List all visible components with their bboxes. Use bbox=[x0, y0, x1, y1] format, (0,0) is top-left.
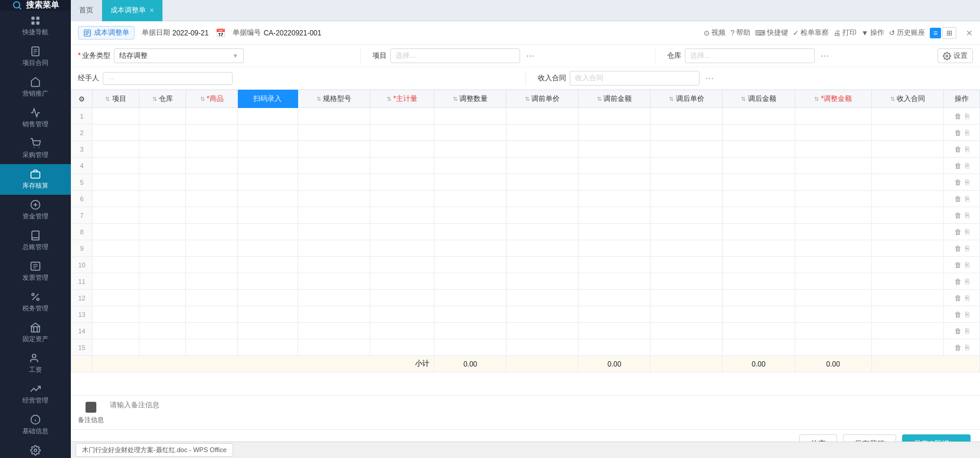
table-cell[interactable] bbox=[238, 141, 298, 158]
table-cell[interactable] bbox=[435, 306, 507, 323]
copy-icon[interactable]: ⎘ bbox=[965, 261, 969, 269]
biz-type-input[interactable]: 结存调整 ▼ bbox=[114, 48, 244, 63]
table-cell[interactable] bbox=[651, 290, 723, 306]
delete-icon[interactable]: 🗑 bbox=[955, 294, 962, 302]
table-cell[interactable] bbox=[238, 273, 298, 290]
sidebar-item-system[interactable]: 系统管理 bbox=[0, 440, 71, 458]
table-cell[interactable] bbox=[723, 207, 795, 224]
table-cell[interactable] bbox=[93, 224, 139, 240]
table-cell[interactable] bbox=[651, 158, 723, 174]
table-cell[interactable] bbox=[186, 339, 238, 356]
table-cell[interactable] bbox=[238, 108, 298, 125]
delete-icon[interactable]: 🗑 bbox=[955, 178, 962, 187]
notes-input[interactable] bbox=[110, 401, 973, 409]
table-cell[interactable] bbox=[186, 290, 238, 306]
table-cell[interactable] bbox=[872, 158, 944, 174]
table-cell[interactable] bbox=[238, 290, 298, 306]
table-cell[interactable] bbox=[435, 339, 507, 356]
table-cell[interactable] bbox=[139, 191, 186, 207]
table-cell[interactable] bbox=[238, 158, 298, 174]
action-check[interactable]: ✓ 检单靠察 bbox=[793, 28, 829, 38]
table-cell[interactable] bbox=[238, 240, 298, 257]
action-help[interactable]: ? 帮助 bbox=[730, 28, 750, 38]
table-cell[interactable] bbox=[298, 174, 370, 191]
income-contract-input[interactable]: 收入合同 bbox=[570, 71, 700, 86]
copy-icon[interactable]: ⎘ bbox=[965, 344, 969, 352]
table-cell[interactable] bbox=[370, 141, 435, 158]
col-scan-header[interactable]: 扫码录入 bbox=[238, 90, 298, 108]
table-cell[interactable] bbox=[507, 257, 579, 273]
table-cell[interactable] bbox=[370, 306, 435, 323]
column-settings-button[interactable]: 设置 bbox=[937, 48, 973, 63]
copy-icon[interactable]: ⎘ bbox=[965, 211, 969, 220]
table-cell[interactable] bbox=[872, 323, 944, 339]
delete-icon[interactable]: 🗑 bbox=[955, 112, 962, 120]
table-cell[interactable] bbox=[186, 158, 238, 174]
table-cell[interactable] bbox=[795, 108, 871, 125]
table-cell[interactable] bbox=[186, 141, 238, 158]
table-cell[interactable] bbox=[795, 273, 871, 290]
table-cell[interactable] bbox=[139, 240, 186, 257]
table-cell[interactable] bbox=[651, 174, 723, 191]
table-cell[interactable] bbox=[795, 323, 871, 339]
action-operate[interactable]: ▼ 操作 bbox=[861, 28, 884, 38]
table-cell[interactable] bbox=[139, 224, 186, 240]
table-cell[interactable] bbox=[872, 207, 944, 224]
table-cell[interactable] bbox=[507, 339, 579, 356]
table-cell[interactable] bbox=[139, 339, 186, 356]
table-cell[interactable] bbox=[579, 273, 651, 290]
action-view[interactable]: ⊙ 视频 bbox=[704, 28, 726, 38]
table-cell[interactable] bbox=[579, 290, 651, 306]
table-cell[interactable] bbox=[872, 141, 944, 158]
table-cell[interactable] bbox=[795, 306, 871, 323]
copy-icon[interactable]: ⎘ bbox=[965, 294, 969, 302]
table-cell[interactable] bbox=[723, 224, 795, 240]
delete-icon[interactable]: 🗑 bbox=[955, 277, 962, 286]
table-cell[interactable] bbox=[93, 339, 139, 356]
table-cell[interactable] bbox=[370, 174, 435, 191]
table-cell[interactable] bbox=[579, 240, 651, 257]
table-cell[interactable] bbox=[435, 207, 507, 224]
sidebar-item-sales[interactable]: 销售管理 bbox=[0, 103, 71, 133]
table-cell[interactable] bbox=[723, 257, 795, 273]
table-cell[interactable] bbox=[507, 141, 579, 158]
table-cell[interactable] bbox=[507, 174, 579, 191]
table-cell[interactable] bbox=[298, 240, 370, 257]
table-cell[interactable] bbox=[872, 257, 944, 273]
table-cell[interactable] bbox=[795, 158, 871, 174]
delete-icon[interactable]: 🗑 bbox=[955, 344, 962, 352]
sidebar-item-basic-info[interactable]: 基础信息 bbox=[0, 410, 71, 440]
sidebar-item-tax[interactable]: 税务管理 bbox=[0, 287, 71, 318]
table-cell[interactable] bbox=[651, 141, 723, 158]
table-cell[interactable] bbox=[435, 174, 507, 191]
table-cell[interactable] bbox=[723, 240, 795, 257]
table-cell[interactable] bbox=[579, 158, 651, 174]
delete-icon[interactable]: 🗑 bbox=[955, 162, 962, 170]
table-cell[interactable] bbox=[872, 339, 944, 356]
copy-icon[interactable]: ⎘ bbox=[965, 112, 969, 120]
table-cell[interactable] bbox=[579, 306, 651, 323]
copy-icon[interactable]: ⎘ bbox=[965, 129, 969, 137]
table-cell[interactable] bbox=[795, 174, 871, 191]
sidebar-item-ledger[interactable]: 总账管理 bbox=[0, 225, 71, 256]
table-cell[interactable] bbox=[93, 257, 139, 273]
action-shortcut[interactable]: ⌨ 快捷键 bbox=[755, 28, 788, 38]
table-cell[interactable] bbox=[370, 323, 435, 339]
table-cell[interactable] bbox=[795, 339, 871, 356]
sidebar-item-purchase[interactable]: 采购管理 bbox=[0, 133, 71, 164]
table-cell[interactable] bbox=[370, 339, 435, 356]
table-cell[interactable] bbox=[139, 174, 186, 191]
table-cell[interactable] bbox=[370, 257, 435, 273]
table-cell[interactable] bbox=[435, 224, 507, 240]
table-cell[interactable] bbox=[872, 174, 944, 191]
table-cell[interactable] bbox=[93, 108, 139, 125]
table-cell[interactable] bbox=[435, 323, 507, 339]
table-cell[interactable] bbox=[298, 108, 370, 125]
project-input[interactable]: 选择... bbox=[390, 48, 520, 63]
table-cell[interactable] bbox=[651, 273, 723, 290]
view-toggle[interactable]: ≡ ⊞ bbox=[930, 27, 956, 39]
table-cell[interactable] bbox=[298, 257, 370, 273]
copy-icon[interactable]: ⎘ bbox=[965, 145, 969, 153]
table-cell[interactable] bbox=[723, 125, 795, 141]
table-cell[interactable] bbox=[507, 306, 579, 323]
